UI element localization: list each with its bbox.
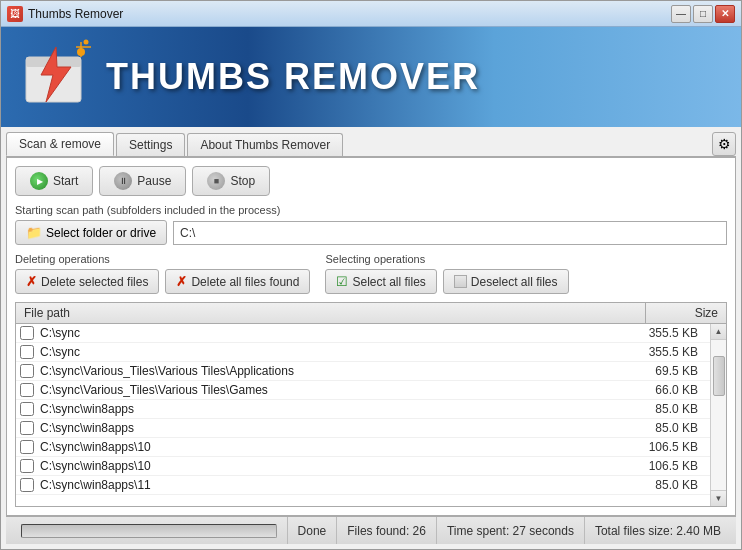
- select-all-button[interactable]: ☑ Select all files: [325, 269, 436, 294]
- x-icon-delete-selected: ✗: [26, 274, 37, 289]
- scroll-track-area: [713, 340, 725, 490]
- table-row: C:\sync\win8apps\10106.5 KB: [16, 438, 710, 457]
- file-path-cell: C:\sync\win8apps: [40, 421, 626, 435]
- logo-area: THUMBS REMOVER: [21, 37, 480, 117]
- select-all-label: Select all files: [352, 275, 425, 289]
- file-size-cell: 85.0 KB: [626, 421, 706, 435]
- file-path-cell: C:\sync\win8apps\10: [40, 440, 626, 454]
- table-row: C:\sync\win8apps\1185.0 KB: [16, 476, 710, 495]
- x-icon-delete-all: ✗: [176, 274, 187, 289]
- status-time-spent: Time spent: 27 seconds: [437, 517, 585, 544]
- selecting-operations-group: Selecting operations ☑ Select all files …: [325, 253, 568, 294]
- file-path-cell: C:\sync\win8apps\11: [40, 478, 626, 492]
- pause-icon: ⏸: [114, 172, 132, 190]
- file-list-body[interactable]: C:\sync355.5 KBC:\sync355.5 KBC:\sync\Va…: [16, 324, 710, 506]
- path-input[interactable]: [173, 221, 727, 245]
- file-checkbox[interactable]: [20, 459, 34, 473]
- title-bar: 🖼 Thumbs Remover — □ ✕: [1, 1, 741, 27]
- window-title: Thumbs Remover: [28, 7, 123, 21]
- play-icon: ▶: [37, 177, 43, 186]
- selecting-ops-buttons: ☑ Select all files Deselect all files: [325, 269, 568, 294]
- file-checkbox[interactable]: [20, 421, 34, 435]
- file-size-cell: 355.5 KB: [626, 326, 706, 340]
- title-bar-controls: — □ ✕: [671, 5, 735, 23]
- start-button[interactable]: ▶ Start: [15, 166, 93, 196]
- status-files-found: Files found: 26: [337, 517, 437, 544]
- file-checkbox[interactable]: [20, 402, 34, 416]
- file-size-cell: 355.5 KB: [626, 345, 706, 359]
- delete-all-button[interactable]: ✗ Delete all files found: [165, 269, 310, 294]
- file-checkbox[interactable]: [20, 326, 34, 340]
- file-path-cell: C:\sync\win8apps\10: [40, 459, 626, 473]
- file-size-cell: 69.5 KB: [626, 364, 706, 378]
- table-row: C:\sync\Various_Tiles\Various Tiles\Game…: [16, 381, 710, 400]
- minimize-button[interactable]: —: [671, 5, 691, 23]
- delete-all-label: Delete all files found: [191, 275, 299, 289]
- tab-about[interactable]: About Thumbs Remover: [187, 133, 343, 156]
- file-checkbox[interactable]: [20, 478, 34, 492]
- checkbox-icon-deselect: [454, 275, 467, 288]
- gear-icon: ⚙: [718, 136, 731, 152]
- table-row: C:\sync\win8apps85.0 KB: [16, 419, 710, 438]
- file-path-cell: C:\sync\win8apps: [40, 402, 626, 416]
- file-list-header: File path Size: [15, 302, 727, 323]
- scroll-thumb[interactable]: [713, 356, 725, 396]
- selecting-ops-label: Selecting operations: [325, 253, 568, 265]
- tab-container: Scan & remove Settings About Thumbs Remo…: [6, 132, 736, 157]
- deselect-all-button[interactable]: Deselect all files: [443, 269, 569, 294]
- status-total-size: Total files size: 2.40 MB: [585, 517, 731, 544]
- file-checkbox[interactable]: [20, 383, 34, 397]
- stop-icon: ■: [207, 172, 225, 190]
- file-size-cell: 106.5 KB: [626, 440, 706, 454]
- table-row: C:\sync355.5 KB: [16, 343, 710, 362]
- scroll-up-arrow[interactable]: ▲: [711, 324, 727, 340]
- file-size-cell: 85.0 KB: [626, 402, 706, 416]
- file-checkbox[interactable]: [20, 440, 34, 454]
- file-checkbox[interactable]: [20, 364, 34, 378]
- main-window: 🖼 Thumbs Remover — □ ✕: [0, 0, 742, 550]
- select-folder-button[interactable]: 📁 Select folder or drive: [15, 220, 167, 245]
- start-label: Start: [53, 174, 78, 188]
- app-icon: 🖼: [7, 6, 23, 22]
- scan-path-section: Starting scan path (subfolders included …: [15, 204, 727, 245]
- scan-path-row: 📁 Select folder or drive: [15, 220, 727, 245]
- file-path-cell: C:\sync\Various_Tiles\Various Tiles\Appl…: [40, 364, 626, 378]
- select-folder-label: Select folder or drive: [46, 226, 156, 240]
- file-path-cell: C:\sync\Various_Tiles\Various Tiles\Game…: [40, 383, 626, 397]
- file-size-cell: 66.0 KB: [626, 383, 706, 397]
- scroll-down-arrow[interactable]: ▼: [711, 490, 727, 506]
- check-icon-select-all: ☑: [336, 274, 348, 289]
- deleting-ops-buttons: ✗ Delete selected files ✗ Delete all fil…: [15, 269, 310, 294]
- stop-label: Stop: [230, 174, 255, 188]
- table-row: C:\sync\win8apps85.0 KB: [16, 400, 710, 419]
- status-bar: Done Files found: 26 Time spent: 27 seco…: [6, 516, 736, 544]
- table-row: C:\sync355.5 KB: [16, 324, 710, 343]
- tab-scan-remove[interactable]: Scan & remove: [6, 132, 114, 156]
- file-size-cell: 106.5 KB: [626, 459, 706, 473]
- scrollbar[interactable]: ▲ ▼: [710, 324, 726, 506]
- settings-gear-button[interactable]: ⚙: [712, 132, 736, 156]
- svg-point-4: [84, 40, 89, 45]
- logo-icon: [21, 37, 96, 117]
- file-size-cell: 85.0 KB: [626, 478, 706, 492]
- stop-button[interactable]: ■ Stop: [192, 166, 270, 196]
- control-button-row: ▶ Start ⏸ Pause ■ Stop: [15, 166, 727, 196]
- close-button[interactable]: ✕: [715, 5, 735, 23]
- file-list-container: C:\sync355.5 KBC:\sync355.5 KBC:\sync\Va…: [15, 323, 727, 507]
- main-panel: ▶ Start ⏸ Pause ■ Stop: [6, 157, 736, 516]
- maximize-button[interactable]: □: [693, 5, 713, 23]
- status-progress-segment: [11, 517, 288, 544]
- file-path-cell: C:\sync: [40, 345, 626, 359]
- scan-path-label: Starting scan path (subfolders included …: [15, 204, 727, 216]
- operations-row: Deleting operations ✗ Delete selected fi…: [15, 253, 727, 294]
- file-path-cell: C:\sync: [40, 326, 626, 340]
- pause-button[interactable]: ⏸ Pause: [99, 166, 186, 196]
- start-icon: ▶: [30, 172, 48, 190]
- table-row: C:\sync\win8apps\10106.5 KB: [16, 457, 710, 476]
- delete-selected-button[interactable]: ✗ Delete selected files: [15, 269, 159, 294]
- file-checkbox[interactable]: [20, 345, 34, 359]
- status-done: Done: [288, 517, 338, 544]
- deleting-ops-label: Deleting operations: [15, 253, 310, 265]
- col-header-path: File path: [16, 303, 646, 323]
- tab-settings[interactable]: Settings: [116, 133, 185, 156]
